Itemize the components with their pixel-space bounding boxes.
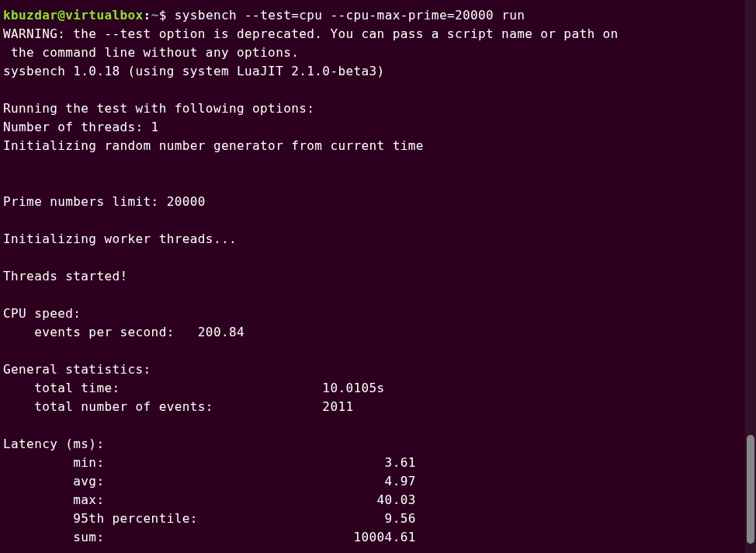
latency-max-line: max: 40.03 [3, 492, 416, 507]
cpu-speed-header: CPU speed: [3, 306, 81, 321]
prompt-line: kbuzdar@virtualbox:~$ sysbench --test=cp… [3, 8, 525, 23]
total-time-line: total time: 10.0105s [3, 381, 385, 395]
latency-min-line: min: 3.61 [3, 455, 416, 470]
command-text: sysbench --test=cpu --cpu-max-prime=2000… [175, 8, 525, 23]
threads-started-line: Threads started! [3, 269, 128, 283]
prompt-user-host: kbuzdar@virtualbox [3, 8, 144, 23]
init-worker-line: Initializing worker threads... [3, 231, 237, 246]
scrollbar-thumb[interactable] [747, 435, 754, 544]
scrollbar-track[interactable] [745, 0, 756, 553]
general-stats-header: General statistics: [3, 362, 151, 377]
latency-p95-line: 95th percentile: 9.56 [3, 511, 416, 526]
prompt-colon: : [144, 8, 151, 23]
total-events-line: total number of events: 2011 [3, 399, 353, 414]
latency-sum-line: sum: 10004.61 [3, 530, 416, 544]
events-per-second-line: events per second: 200.84 [3, 325, 244, 339]
prompt-path: ~ [151, 8, 159, 23]
num-threads-line: Number of threads: 1 [3, 120, 159, 134]
prime-limit-line: Prime numbers limit: 20000 [3, 194, 206, 209]
init-rng-line: Initializing random number generator fro… [3, 138, 424, 153]
warning-line-1: WARNING: the --test option is deprecated… [3, 26, 619, 41]
running-options-line: Running the test with following options: [3, 101, 314, 116]
version-line: sysbench 1.0.18 (using system LuaJIT 2.1… [3, 64, 385, 78]
terminal-output[interactable]: kbuzdar@virtualbox:~$ sysbench --test=cp… [3, 6, 753, 547]
latency-avg-line: avg: 4.97 [3, 474, 416, 489]
latency-header: Latency (ms): [3, 436, 104, 451]
prompt-dollar: $ [159, 8, 175, 23]
warning-line-2: the command line without any options. [3, 45, 299, 60]
